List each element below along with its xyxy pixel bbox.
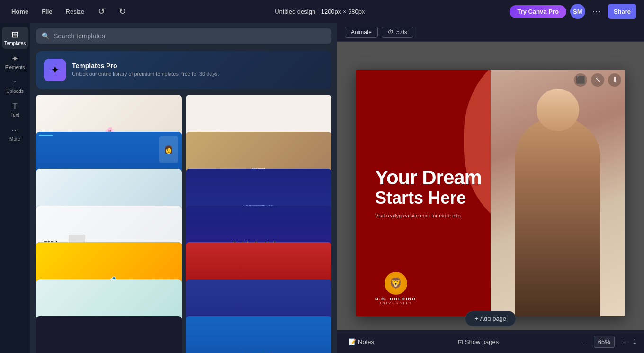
sidebar-item-more[interactable]: ⋯ More [2,122,28,145]
template-online-inner: Sign Up For Online Course 🖥️ [186,316,331,353]
uploads-icon: ↑ [13,78,17,88]
pro-card-icon: ✦ [44,59,66,81]
bottom-bar: 📝 Notes ⊡ Show pages − 65% + 1 [337,330,644,353]
sidebar-item-text-label: Text [10,112,19,118]
photo-area [491,70,625,316]
frame-download-icon[interactable]: ⬇ [608,73,621,87]
template-dark[interactable]: Dark Template [36,316,182,353]
elements-icon: ✦ [11,54,18,64]
try-pro-button[interactable]: Try Canva Pro [510,5,566,18]
frame-icon-2[interactable]: ⤡ [591,73,604,87]
search-icon: 🔍 [42,32,50,40]
pro-card-text: Templates Pro Unlock our entire library … [72,62,324,78]
add-page-button[interactable]: + Add page [465,311,516,326]
canvas-top-bar: Animate ⏱ 5.0s [337,23,644,42]
pro-card-subtitle: Unlock our entire library of premium tem… [72,71,324,78]
search-box: 🔍 [36,28,331,44]
notes-button[interactable]: 📝 Notes [345,336,378,347]
notes-icon: 📝 [349,338,356,345]
design-title: Untitled design - 1200px × 680px [275,8,365,15]
zoom-out-button[interactable]: − [579,336,590,347]
topbar: Home File Resize ↺ ↻ Untitled design - 1… [0,0,644,23]
design-title-line2: Starts Here [375,189,482,208]
template-dark-inner: Dark Template [36,316,182,353]
avatar[interactable]: SM [570,4,585,19]
pages-icon: ⊡ [458,338,463,345]
bottom-left: 📝 Notes [345,336,378,347]
canvas-area: Animate ⏱ 5.0s [337,23,644,353]
template-online[interactable]: Sign Up For Online Course 🖥️ PRO [186,316,331,353]
share-button[interactable]: Share [608,4,636,19]
clock-icon: ⏱ [388,29,394,36]
sidebar-item-text[interactable]: T Text [2,99,28,120]
design-title-line1: Your Dream [375,167,482,189]
sidebar-item-uploads-label: Uploads [6,89,24,94]
search-area: 🔍 [30,23,337,47]
templates-grid: ✦ Templates Pro Unlock our entire librar… [30,47,337,353]
show-pages-button[interactable]: ⊡ Show pages [454,336,503,347]
design-frame[interactable]: Your Dream Starts Here Visit reallygreat… [356,70,625,316]
sidebar-item-more-label: More [9,136,20,142]
canvas-content: Your Dream Starts Here Visit reallygreat… [337,42,644,353]
sidebar: ⊞ Templates ✦ Elements ↑ Uploads T Text … [0,23,30,353]
sidebar-item-elements-label: Elements [5,65,25,70]
logo-name: N.G. GOLDING [375,297,416,301]
file-button[interactable]: File [38,4,56,19]
text-icon: T [12,101,18,111]
sidebar-item-uploads[interactable]: ↑ Uploads [2,75,28,97]
zoom-in-button[interactable]: + [618,336,630,347]
undo-button[interactable]: ↺ [94,4,109,19]
sidebar-item-templates[interactable]: ⊞ Templates [2,27,28,49]
pro-unlock-card[interactable]: ✦ Templates Pro Unlock our entire librar… [36,51,331,89]
search-input[interactable] [54,32,326,40]
time-button[interactable]: ⏱ 5.0s [382,27,413,38]
templates-panel: 🔍 ✦ Templates Pro Unlock our entire libr… [30,23,337,353]
topbar-right: Try Canva Pro SM ⋯ Share [510,4,636,19]
frame-icon-1[interactable]: ⬛ [574,73,587,87]
sidebar-item-templates-label: Templates [4,41,26,46]
pro-card-title: Templates Pro [72,62,324,70]
canva-logo-icon: ✦ [51,64,59,76]
topbar-left: Home File Resize ↺ ↻ [8,4,130,19]
design-subtitle: Visit reallygreatsite.com for more info. [375,213,482,218]
main-layout: ⊞ Templates ✦ Elements ↑ Uploads T Text … [0,23,644,353]
bottom-center: ⊡ Show pages [454,336,503,347]
templates-icon: ⊞ [11,29,18,40]
animate-button[interactable]: Animate [345,27,378,38]
more-icon: ⋯ [11,125,19,136]
logo-area: 🦁 N.G. GOLDING UNIVERSITY [375,271,416,305]
frame-text: Your Dream Starts Here Visit reallygreat… [375,167,482,219]
more-options-button[interactable]: ⋯ [589,4,604,19]
zoom-level[interactable]: 65% [594,336,615,348]
home-button[interactable]: Home [8,4,32,19]
logo-subtitle: UNIVERSITY [378,301,412,305]
sidebar-item-elements[interactable]: ✦ Elements [2,51,28,73]
resize-button[interactable]: Resize [62,4,89,19]
page-indicator: 1 [633,338,636,345]
redo-button[interactable]: ↻ [115,4,130,19]
bottom-right: − 65% + 1 [579,336,636,348]
